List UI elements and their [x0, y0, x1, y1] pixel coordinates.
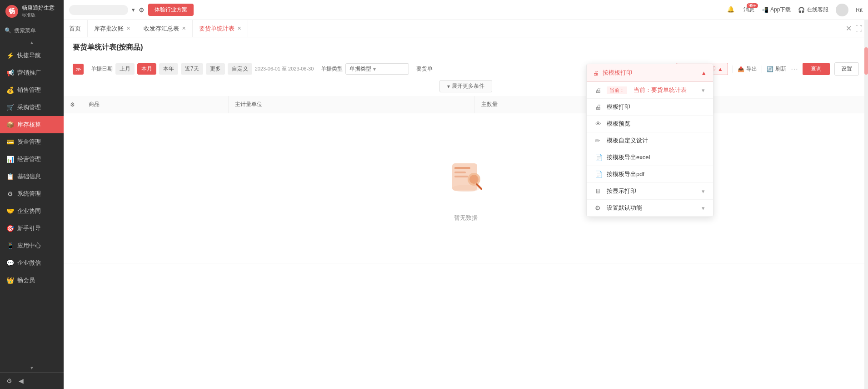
scrollbar-thumb — [864, 47, 868, 75]
select-arrow-icon: ▾ — [373, 66, 376, 72]
tab-expand-icon[interactable]: ⛶ — [855, 25, 863, 33]
table-header-row: ⚙ 商品 主计量单位 主数量 零售金额 — [64, 96, 868, 113]
tab-order-stats[interactable]: 要货单统计表 ✕ — [193, 20, 248, 37]
sidebar-search[interactable]: 🔍 搜索菜单 — [0, 23, 64, 38]
user-avatar[interactable] — [836, 4, 848, 16]
sidebar-item-app[interactable]: 📱 应用中心 — [0, 237, 64, 254]
tab-close-order-stats[interactable]: ✕ — [237, 25, 241, 31]
empty-state: 暂无数据 — [70, 118, 862, 258]
default-settings-arrow: ▾ — [702, 205, 705, 212]
settings-button[interactable]: 设置 — [834, 62, 859, 76]
sidebar-item-marketing[interactable]: 📢 营销推广 — [0, 64, 64, 81]
current-badge: 当前： — [607, 86, 627, 94]
export-button[interactable]: 📤 导出 — [738, 65, 757, 73]
tab-receipt-summary[interactable]: 收发存汇总表 ✕ — [137, 20, 193, 37]
right-scrollbar[interactable] — [864, 20, 868, 389]
sidebar-item-enterprise[interactable]: 🤝 企业协同 — [0, 202, 64, 220]
dropdown-item-export-excel[interactable]: 📄 按模板导出excel — [587, 149, 713, 166]
dropdown-item-export-pdf[interactable]: 📄 按模板导出pdf — [587, 166, 713, 183]
date-btn-this-year[interactable]: 本年 — [159, 63, 178, 75]
type-filter-select[interactable]: 单据类型 ▾ — [345, 63, 409, 75]
data-table-wrap: ⚙ 商品 主计量单位 主数量 零售金额 — [64, 96, 868, 389]
date-btn-last-month[interactable]: 上月 — [115, 63, 135, 75]
data-table: ⚙ 商品 主计量单位 主数量 零售金额 — [64, 96, 868, 263]
dropdown-item-template-design[interactable]: ✏ 模板自定义设计 — [587, 132, 713, 149]
svg-rect-3 — [454, 172, 466, 173]
sidebar-item-inventory[interactable]: 📦 库存核算 — [0, 116, 64, 133]
app-download-button[interactable]: 📲 App下载 — [762, 6, 791, 14]
dropdown-collapse-icon[interactable]: ▲ — [701, 70, 707, 76]
sidebar-item-finance[interactable]: 💳 资金管理 — [0, 133, 64, 151]
order-type-label: 要货单 — [416, 65, 433, 73]
main-content: ▾ ⚙ 体验行业方案 🔔 99+ 消息 📲 App下载 🎧 在线客服 Rit 首… — [64, 0, 868, 389]
tab-home[interactable]: 首页 — [69, 20, 88, 37]
sidebar-item-guide[interactable]: 🎯 新手引导 — [0, 220, 64, 237]
sidebar-item-wechat[interactable]: 💬 企业微信 — [0, 254, 64, 272]
messages-button[interactable]: 🔔 99+ 消息 — [727, 6, 754, 14]
date-btn-this-month[interactable]: 本月 — [137, 63, 156, 75]
topbar-right: 🔔 99+ 消息 📲 App下载 🎧 在线客服 Rit — [727, 4, 863, 16]
settings-footer-icon[interactable]: ⚙ — [6, 377, 12, 384]
filter-expand-button[interactable]: ≫ — [73, 64, 84, 75]
finance-icon: 💳 — [6, 138, 14, 146]
print-dropdown-menu: 🖨 按模板打印 ▲ 🖨 当前： 当前：要货单统计表 ▾ 🖨 模板打印 👁 模板预… — [586, 64, 713, 217]
sidebar-item-member[interactable]: 👑 畅会员 — [0, 272, 64, 289]
sidebar-item-sales[interactable]: 💰 销售管理 — [0, 81, 64, 99]
dropdown-items-section: 🖨 模板打印 👁 模板预览 ✏ 模板自定义设计 📄 按模板导出excel 📄 按… — [587, 99, 713, 183]
tab-bar: 首页 库存批次账 ✕ 收发存汇总表 ✕ 要货单统计表 ✕ ✕ ⛶ — [64, 20, 868, 37]
tab-close-inventory-batch[interactable]: ✕ — [126, 25, 130, 31]
logo-text: 畅康通好生意 标准版 — [22, 5, 55, 18]
topbar-search-input[interactable] — [69, 5, 128, 15]
online-service-button[interactable]: 🎧 在线客服 — [798, 6, 828, 14]
dropdown-item-display-print[interactable]: 🖥 按显示打印 ▾ — [587, 183, 713, 200]
sidebar-item-operation[interactable]: 📊 经营管理 — [0, 151, 64, 168]
date-btn-custom[interactable]: 自定义 — [228, 63, 252, 75]
guide-icon: 🎯 — [6, 225, 14, 232]
sidebar-item-purchase[interactable]: 🛒 采购管理 — [0, 99, 64, 116]
sidebar-scroll-up[interactable]: ▲ — [0, 38, 64, 47]
display-print-arrow: ▾ — [702, 188, 705, 195]
template-preview-icon: 👁 — [595, 120, 602, 127]
wechat-icon: 💬 — [6, 259, 14, 267]
template-design-icon: ✏ — [595, 137, 602, 144]
topbar-gear-icon[interactable]: ⚙ — [139, 6, 145, 14]
tab-close-receipt-summary[interactable]: ✕ — [182, 25, 186, 31]
member-icon: 👑 — [6, 277, 14, 284]
empty-text: 暂无数据 — [454, 214, 478, 222]
expand-more-button[interactable]: ▾ 展开更多条件 — [439, 80, 492, 92]
dropdown-item-default-settings[interactable]: ⚙ 设置默认功能 ▾ — [587, 200, 713, 217]
topbar-dropdown-arrow[interactable]: ▾ — [132, 6, 135, 13]
refresh-button[interactable]: 🔄 刷新 — [767, 65, 786, 73]
type-filter-group: 单据类型 单据类型 ▾ — [321, 63, 409, 75]
bell-icon: 🔔 — [727, 6, 734, 13]
download-icon: 📲 — [762, 7, 768, 13]
query-button[interactable]: 查询 — [803, 63, 830, 75]
current-arrow-icon: ▾ — [702, 87, 705, 94]
print-chevron-icon: ▲ — [718, 66, 723, 72]
enterprise-icon: 🤝 — [6, 207, 14, 215]
inventory-icon: 📦 — [6, 121, 14, 128]
default-settings-icon: ⚙ — [595, 204, 602, 212]
svg-point-6 — [469, 175, 479, 184]
date-btn-more[interactable]: 更多 — [206, 63, 225, 75]
dropdown-header[interactable]: 🖨 按模板打印 ▲ — [587, 64, 713, 82]
dropdown-item-template-preview[interactable]: 👁 模板预览 — [587, 116, 713, 132]
table-col-unit: 主计量单位 — [229, 96, 475, 113]
filter-bar: ≫ 单据日期 上月 本月 本年 近7天 更多 自定义 2023-06-01 至 … — [64, 58, 868, 80]
dropdown-current-template[interactable]: 🖨 当前： 当前：要货单统计表 ▾ — [587, 82, 713, 99]
export-pdf-icon: 📄 — [595, 171, 602, 178]
sidebar-item-system[interactable]: ⚙ 系统管理 — [0, 185, 64, 202]
table-col-settings[interactable]: ⚙ — [64, 96, 82, 113]
sidebar-item-shortcut[interactable]: ⚡ 快捷导航 — [0, 47, 64, 64]
dropdown-item-template-print[interactable]: 🖨 模板打印 — [587, 99, 713, 116]
date-btn-7days[interactable]: 近7天 — [181, 63, 203, 75]
sidebar-scroll-down[interactable]: ▼ — [0, 364, 64, 372]
divider-2 — [762, 66, 762, 73]
export-excel-icon: 📄 — [595, 154, 602, 161]
tab-close-all-icon[interactable]: ✕ — [846, 24, 852, 33]
collapse-sidebar-icon[interactable]: ◀ — [19, 377, 24, 384]
topbar: ▾ ⚙ 体验行业方案 🔔 99+ 消息 📲 App下载 🎧 在线客服 Rit — [64, 0, 868, 20]
tab-inventory-batch[interactable]: 库存批次账 ✕ — [88, 20, 137, 37]
sidebar-item-basic[interactable]: 📋 基础信息 — [0, 168, 64, 185]
industry-solution-button[interactable]: 体验行业方案 — [148, 4, 194, 16]
